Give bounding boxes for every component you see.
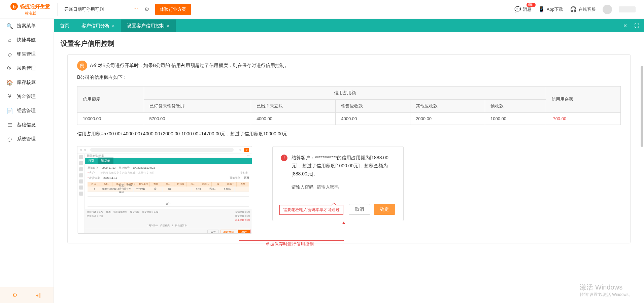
messages-badge: 99+ — [527, 3, 536, 7]
mini-title: 销货单品 [矢数] — [87, 154, 105, 158]
dialog-callout: 需要老板输入密码本单才能通过 — [279, 205, 343, 215]
sidebar-item-sys[interactable]: ◌ 系统管理 — [0, 132, 54, 146]
table-row: 10000.00 5700.00 4000.00 4000.00 2000.00… — [77, 112, 621, 125]
example-badge-icon: 例 — [77, 61, 87, 71]
report-icon: 📄 — [7, 108, 13, 114]
tab-setting[interactable]: 设置客户信用控制✕ — [121, 20, 176, 32]
gear-icon[interactable]: ⚙ — [142, 6, 152, 12]
mini-abandon-button: 放弃 — [207, 230, 219, 234]
credit-summary: 信用占用额=5700.00+4000.00+4000.00+2000.00-10… — [77, 130, 621, 138]
online-service-label: 在线客服 — [578, 6, 596, 12]
divider — [57, 3, 58, 16]
tag-icon: ◇ — [7, 51, 13, 57]
url-bar-placeholder — [90, 148, 234, 152]
sidebar-item-funds[interactable]: ¥ 资金管理 — [0, 90, 54, 104]
brand-edition: 标准版 — [25, 11, 36, 16]
content-area: 设置客户信用控制 例 A企对B公司进行开单时，如果B公司的 信用占用额超过了信用… — [54, 32, 644, 303]
screenshot-preview: ☆↻ 销货单品 [矢数]⋯ 首页 销货单 — [77, 146, 252, 234]
list-icon: ☰ — [7, 122, 13, 128]
app-download-button[interactable]: 📱 App下载 — [538, 6, 563, 12]
warning-icon: ! — [281, 155, 287, 161]
connector-label: 单据保存时进行信用控制 — [266, 241, 314, 247]
collapse-icon[interactable]: ◂‖ — [36, 292, 41, 298]
cancel-button[interactable]: 取消 — [349, 204, 370, 215]
connector-line — [239, 233, 239, 240]
topbar-right: 💬 消息 99+ 📱 App下载 🎧 在线客服 — [514, 5, 644, 14]
sidebar-item-base[interactable]: ☰ 基础信息 — [0, 118, 54, 132]
tab-label: 设置客户信用控制 — [127, 23, 165, 29]
messages-button[interactable]: 💬 消息 99+ — [514, 6, 532, 12]
fullscreen-button[interactable]: ⛶ — [632, 21, 641, 30]
tab-analysis[interactable]: 客户信用分析✕ — [75, 20, 121, 32]
logo-icon: b — [10, 3, 18, 10]
bag-icon: 🛍 — [7, 65, 13, 71]
sidebar-label: 经营管理 — [17, 108, 36, 114]
online-service-button[interactable]: 🎧 在线客服 — [570, 6, 596, 12]
tab-label: 首页 — [60, 23, 69, 29]
messages-label: 消息 — [523, 6, 532, 12]
avatar[interactable] — [603, 5, 612, 14]
sidebar-item-stock[interactable]: 🏠 库存核算 — [0, 75, 54, 90]
home-icon: ⌂ — [7, 37, 13, 43]
warehouse-icon: 🏠 — [7, 79, 13, 86]
close-icon[interactable]: ✕ — [167, 24, 170, 28]
main: 首页 客户信用分析✕ 设置客户信用控制✕ ✕ ⛶ 设置客户信用控制 例 A企对B… — [54, 19, 644, 303]
tab-home[interactable]: 首页 — [54, 20, 75, 32]
th-sub1: 已订货未销货/出库 — [144, 99, 251, 112]
diagram-row: ☆↻ 销货单品 [矢数]⋯ 首页 销货单 — [77, 146, 621, 234]
credit-table: 信用额度 信用占用额 信用用余额 已订货未销货/出库 已出库未立账 销售应收款 … — [77, 86, 621, 125]
dialog-message: 结算客户：************的信用占用额为[1888.00元]，超过了信用… — [292, 154, 395, 178]
mini-tab-home: 首页 — [85, 158, 98, 164]
watermark-title: 激活 Windows — [580, 283, 633, 292]
cell-limit: 10000.00 — [77, 112, 144, 125]
phone-icon: 📱 — [538, 6, 545, 12]
cell-c2: 4000.00 — [251, 112, 335, 125]
sidebar-label: 系统管理 — [17, 136, 36, 142]
cell-c3: 4000.00 — [336, 112, 410, 125]
close-all-tabs-button[interactable]: ✕ — [620, 21, 630, 30]
mini-tab-sale: 销货单 — [98, 158, 113, 164]
headset-icon: 🎧 — [570, 6, 577, 12]
mini-grid: 序号条码商品规格型号商品单位数量单…折扣%折…含税…%税额 *库存 100007… — [88, 182, 249, 207]
cell-c5: 1000.00 — [485, 112, 546, 125]
cell-c4: 2000.00 — [410, 112, 485, 125]
experience-button[interactable]: 体验行业方案 — [155, 4, 191, 15]
sidebar-item-sales[interactable]: ◇ 销售管理 — [0, 47, 54, 61]
sidebar-item-quicknav[interactable]: ⌂ 快捷导航 — [0, 33, 54, 47]
sidebar-label: 库存核算 — [17, 79, 36, 86]
cell-c1: 5700.00 — [144, 112, 251, 125]
th-sub4: 其他应收款 — [410, 99, 485, 112]
th-balance: 信用用余额 — [546, 86, 621, 112]
connector-line — [344, 224, 344, 240]
dialog-preview: ! 结算客户：************的信用占用额为[1888.00元]，超过了… — [272, 146, 404, 221]
message-icon: 💬 — [514, 6, 521, 12]
account-selector[interactable]: 开账日期可停用可删 ﹀ — [61, 6, 142, 12]
sidebar-item-search[interactable]: 🔍 搜索菜单 — [0, 19, 54, 33]
sidebar-footer: ⚙ ◂‖ — [0, 287, 54, 303]
example-line1: A企对B公司进行开单时，如果B公司的 信用占用额超过了信用额度，则在保存时进行信… — [90, 62, 289, 70]
close-icon[interactable]: ✕ — [112, 24, 115, 28]
arrow-up-icon — [342, 222, 345, 224]
password-input[interactable] — [316, 183, 363, 191]
sidebar-item-biz[interactable]: 📄 经营管理 — [0, 104, 54, 118]
brand-name: 畅捷通好生意 — [20, 3, 50, 10]
th-sub5: 预收款 — [485, 99, 546, 112]
sidebar-label: 资金管理 — [17, 94, 36, 100]
mini-savedraft-button: 保存草稿 — [220, 230, 237, 234]
password-label: 请输入密码 — [292, 184, 313, 190]
sidebar-label: 采购管理 — [17, 65, 36, 71]
cell-balance: -700.00 — [546, 112, 621, 125]
settings-footer-icon[interactable]: ⚙ — [12, 292, 17, 298]
sidebar-label: 基础信息 — [17, 122, 36, 128]
mini-sidebar — [77, 154, 85, 233]
example-line2: B公司的信用额占如下： — [77, 73, 621, 81]
scrollbar[interactable] — [641, 66, 643, 147]
sidebar-item-purchase[interactable]: 🛍 采购管理 — [0, 61, 54, 75]
logo-area: b 畅捷通好生意 标准版 — [0, 3, 54, 16]
account-selector-label: 开账日期可停用可删 — [64, 6, 104, 12]
chevron-down-icon: ﹀ — [134, 6, 138, 12]
help-card: 例 A企对B公司进行开单时，如果B公司的 信用占用额超过了信用额度，则在保存时进… — [67, 54, 631, 243]
ok-button[interactable]: 确定 — [374, 204, 395, 215]
page-title: 设置客户信用控制 — [61, 39, 644, 48]
watermark-sub: 转到"设置"以激活 Windows。 — [580, 292, 633, 298]
